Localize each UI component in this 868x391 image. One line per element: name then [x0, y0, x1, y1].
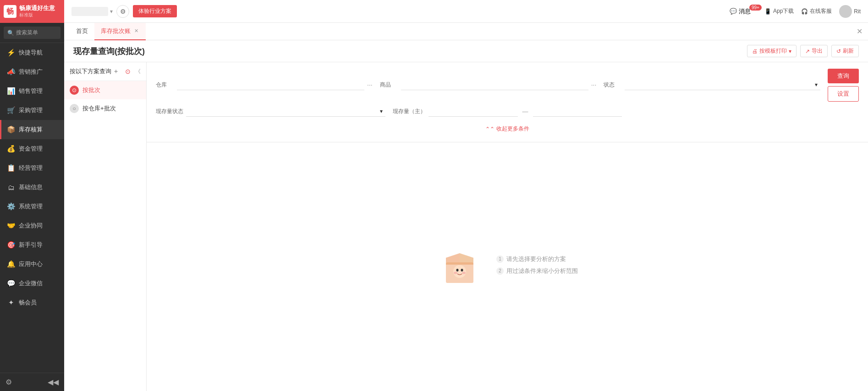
app-subtitle: 标准版: [19, 12, 55, 18]
phone-icon: 📱: [764, 8, 771, 15]
sidebar-item-operations[interactable]: 📋 经营管理: [0, 158, 64, 178]
sidebar-item-quick-nav[interactable]: ⚡ 快捷导航: [0, 43, 64, 62]
topbar: ▾ ⚙ 体验行业方案 💬 消息 99+ 📱 App下载 🎧 在线客服 Rit: [64, 0, 868, 23]
tab-home[interactable]: 首页: [70, 23, 94, 40]
sidebar-item-label: 应用中心: [19, 260, 43, 268]
sidebar-item-enterprise[interactable]: 🤝 企业协同: [0, 216, 64, 235]
product-more-icon[interactable]: ···: [591, 81, 597, 88]
enterprise-icon: 🤝: [7, 222, 15, 230]
collapse-more-button[interactable]: ⌃⌃ 收起更多条件: [156, 121, 859, 136]
add-scheme-button[interactable]: ＋: [111, 67, 121, 76]
tabs-right: ✕: [857, 27, 863, 36]
inventory-amount-min-input[interactable]: [429, 106, 518, 117]
app-download-button[interactable]: 📱 App下载: [764, 7, 794, 15]
sidebar-item-finance[interactable]: 💰 资金管理: [0, 139, 64, 158]
scheme-label-warehouse-batch: 按仓库+批次: [82, 104, 116, 113]
inventory-amount-max-input[interactable]: [533, 106, 622, 117]
trial-button[interactable]: 体验行业方案: [133, 5, 177, 17]
app-download-label: App下载: [773, 7, 794, 15]
tab-inventory-batch[interactable]: 库存批次账 ✕: [94, 23, 146, 40]
product-field: 商品 ···: [380, 80, 597, 90]
product-label: 商品: [380, 81, 398, 89]
sidebar-item-label: 销售管理: [19, 87, 43, 95]
sidebar-item-apps[interactable]: 🔔 应用中心: [0, 255, 64, 274]
settings-bottom-button[interactable]: ⚙: [5, 378, 12, 386]
left-panel-title: 按以下方案查询: [70, 67, 111, 76]
svg-rect-3: [446, 262, 473, 265]
sidebar-item-guide[interactable]: 🎯 新手引导: [0, 235, 64, 255]
sidebar-item-wechat[interactable]: 💬 企业微信: [0, 274, 64, 293]
gear-button[interactable]: ⚙: [116, 5, 129, 18]
quick-nav-icon: ⚡: [7, 49, 15, 57]
svg-point-7: [454, 272, 457, 274]
status-select[interactable]: ▾: [625, 80, 820, 90]
collapse-text: 收起更多条件: [496, 125, 529, 133]
export-button[interactable]: ↗ 导出: [800, 45, 828, 57]
page-title: 现存量查询(按批次): [73, 46, 145, 57]
sidebar-item-label: 快捷导航: [19, 49, 43, 57]
tab-bar: 首页 库存批次账 ✕ ✕: [64, 23, 868, 40]
main-area: ▾ ⚙ 体验行业方案 💬 消息 99+ 📱 App下载 🎧 在线客服 Rit: [64, 0, 868, 391]
warehouse-input[interactable]: [177, 80, 364, 90]
sidebar-search[interactable]: 🔍 搜索菜单: [0, 23, 64, 43]
svg-marker-2: [460, 253, 473, 262]
collapse-sidebar-button[interactable]: ◀◀: [48, 378, 59, 386]
btn-actions: 查询 设置: [828, 68, 859, 102]
search-menu-button[interactable]: 🔍 搜索菜单: [4, 27, 60, 39]
search-menu-label: 搜索菜单: [16, 29, 38, 37]
sidebar-item-basic-info[interactable]: 🗂 基础信息: [0, 178, 64, 197]
step2-text: 用过滤条件来缩小分析范围: [506, 267, 578, 275]
message-button[interactable]: 💬 消息 99+: [730, 7, 757, 16]
purchase-icon: 🛒: [7, 106, 15, 114]
warehouse-more-icon[interactable]: ···: [367, 81, 373, 88]
status-dropdown-icon: ▾: [815, 81, 818, 88]
svg-point-5: [456, 269, 459, 272]
print-button[interactable]: 🖨 按模板打印 ▾: [747, 45, 797, 57]
warehouse-label: 仓库: [156, 81, 174, 89]
sidebar-item-inventory[interactable]: 📦 库存核算: [0, 120, 64, 139]
message-label: 消息: [739, 7, 751, 16]
search-icon: 🔍: [7, 30, 14, 36]
sidebar-item-label: 营销推广: [19, 68, 43, 76]
left-panel: 按以下方案查询 ＋ ⊙ 《 ⊙ 按批次 ○ 按仓库+批次: [64, 62, 147, 391]
export-icon: ↗: [805, 48, 810, 54]
sidebar-item-vip[interactable]: ✦ 畅会员: [0, 293, 64, 312]
close-all-tabs-button[interactable]: ✕: [857, 27, 863, 36]
collapse-left-panel-button[interactable]: 《: [135, 68, 141, 76]
svg-point-4: [453, 265, 466, 278]
page-header: 现存量查询(按批次) 🖨 按模板打印 ▾ ↗ 导出 ↺ 刷新: [64, 40, 868, 62]
message-icon: 💬: [730, 8, 737, 15]
breadcrumb: ▾: [71, 7, 113, 16]
tab-close-button[interactable]: ✕: [133, 28, 139, 34]
scheme-item-batch[interactable]: ⊙ 按批次: [64, 81, 146, 99]
sidebar-item-purchase[interactable]: 🛒 采购管理: [0, 101, 64, 120]
sidebar-header: 畅 畅康通好生意 标准版: [0, 0, 64, 23]
refresh-button[interactable]: ↺ 刷新: [831, 45, 859, 57]
inventory-icon: 📦: [7, 125, 15, 134]
inventory-amount-label: 现存量（主）: [393, 108, 426, 115]
scheme-settings-button[interactable]: ⊙: [123, 67, 132, 76]
refresh-label: 刷新: [843, 47, 854, 55]
page-actions: 🖨 按模板打印 ▾ ↗ 导出 ↺ 刷新: [747, 45, 859, 57]
service-label: 在线客服: [810, 7, 832, 15]
product-input[interactable]: [401, 80, 588, 90]
scheme-item-warehouse-batch[interactable]: ○ 按仓库+批次: [64, 99, 146, 118]
inventory-status-select[interactable]: ▾: [186, 106, 385, 117]
settings-button[interactable]: 设置: [828, 86, 859, 102]
customer-service-button[interactable]: 🎧 在线客服: [801, 7, 832, 15]
left-panel-actions: ＋ ⊙ 《: [111, 67, 141, 76]
system-icon: ⚙️: [7, 202, 15, 211]
query-button[interactable]: 查询: [828, 69, 859, 83]
sidebar-item-label: 畅会员: [19, 299, 37, 307]
user-menu[interactable]: Rit: [839, 5, 861, 18]
empty-text: 1 请先选择要分析的方案 2 用过滤条件来缩小分析范围: [496, 255, 578, 279]
breadcrumb-input[interactable]: [71, 7, 108, 16]
guide-icon: 🎯: [7, 241, 15, 249]
app-title: 畅康通好生意: [19, 5, 55, 12]
step1-num: 1: [496, 255, 504, 263]
sidebar-item-label: 采购管理: [19, 106, 43, 114]
sidebar-item-sales[interactable]: 📊 销售管理: [0, 81, 64, 101]
sidebar-item-marketing[interactable]: 📣 营销推广: [0, 62, 64, 81]
finance-icon: 💰: [7, 145, 15, 153]
sidebar-item-system[interactable]: ⚙️ 系统管理: [0, 197, 64, 216]
